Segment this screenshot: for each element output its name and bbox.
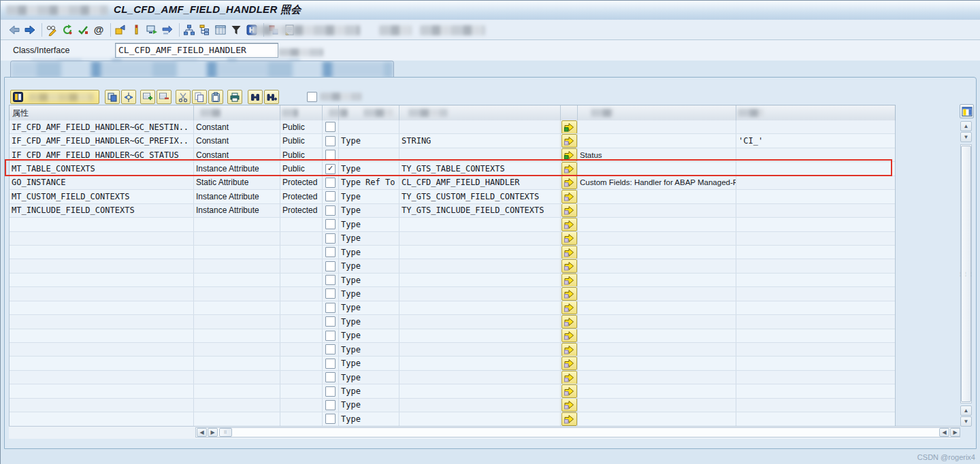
readonly-checkbox[interactable]	[325, 414, 336, 424]
navigate-type-button[interactable]	[561, 190, 577, 203]
insert-row-button[interactable]	[140, 90, 155, 104]
readonly-checkbox[interactable]	[325, 122, 336, 132]
navigate-type-button[interactable]	[561, 329, 577, 342]
navigate-type-button[interactable]	[561, 176, 577, 189]
table-configuration-button[interactable]	[960, 104, 974, 118]
table-row[interactable]: Type	[10, 218, 895, 231]
table-row[interactable]: Type	[10, 301, 895, 315]
readonly-checkbox[interactable]	[325, 219, 336, 229]
column-header-navigate[interactable]	[561, 105, 578, 120]
navigate-type-button[interactable]	[561, 246, 577, 259]
readonly-checkbox[interactable]	[325, 275, 336, 285]
table-row[interactable]: MT_INCLUDE_FIELD_CONTEXTS Instance Attri…	[10, 204, 895, 218]
horizontal-scroll-thumb[interactable]: ⠿	[219, 428, 232, 437]
navigate-icon[interactable]	[161, 23, 174, 37]
readonly-checkbox[interactable]	[325, 331, 336, 341]
readonly-checkbox[interactable]	[325, 303, 336, 313]
find-button[interactable]	[248, 90, 263, 104]
refresh-icon[interactable]	[61, 23, 74, 37]
horizontal-scroll-track[interactable]	[195, 427, 960, 437]
table-row[interactable]: IF_CFD_AMF_FIELD_HANDLER~GC_STATUS Const…	[10, 148, 895, 162]
navigate-type-button[interactable]	[561, 357, 577, 369]
navigate-type-button[interactable]	[561, 232, 577, 245]
table-row[interactable]: Type	[10, 287, 895, 301]
readonly-checkbox[interactable]	[325, 247, 336, 257]
class-interface-input[interactable]: CL_CFD_AMF_FIELD_HANDLER	[115, 43, 278, 58]
scroll-up-button[interactable]: ▲	[960, 121, 972, 131]
marker-icon[interactable]	[129, 23, 143, 37]
navigate-type-button[interactable]	[561, 204, 577, 217]
scroll-left-button[interactable]: ◀	[197, 428, 207, 437]
scroll-down-button[interactable]: ▼	[960, 132, 972, 142]
readonly-checkbox[interactable]	[325, 150, 336, 160]
table-row[interactable]: Type	[10, 399, 895, 412]
readonly-checkbox[interactable]	[325, 386, 336, 397]
table-row[interactable]: MT_CUSTOM_FIELD_CONTEXTS Instance Attrib…	[10, 190, 895, 203]
paste-button[interactable]	[208, 90, 223, 104]
navigate-type-button[interactable]	[561, 134, 577, 147]
table-row[interactable]: Type	[10, 412, 895, 426]
readonly-checkbox[interactable]	[325, 136, 336, 146]
table-row[interactable]: Type	[10, 246, 895, 259]
navigate-type-button[interactable]	[561, 274, 577, 286]
scroll-right-button-right[interactable]: ▶	[950, 428, 960, 437]
table-row[interactable]: Type	[10, 274, 895, 287]
tab-strip[interactable]	[10, 61, 394, 78]
table-row[interactable]: Type	[10, 329, 895, 343]
delete-row-button[interactable]	[157, 90, 172, 104]
scroll-up-button-bottom[interactable]: ▲	[960, 405, 972, 416]
scroll-down-button-bottom[interactable]: ▼	[960, 416, 972, 427]
readonly-checkbox[interactable]	[325, 359, 336, 369]
navigate-type-button[interactable]	[561, 120, 577, 133]
filter-icon[interactable]	[229, 23, 243, 37]
scroll-left-button-right[interactable]: ◀	[939, 428, 949, 437]
readonly-checkbox[interactable]	[325, 288, 336, 299]
readonly-checkbox[interactable]	[325, 372, 336, 382]
readonly-checkbox[interactable]	[325, 191, 336, 201]
navigate-type-button[interactable]	[561, 371, 577, 384]
readonly-checkbox[interactable]: ✓	[325, 164, 336, 174]
navigate-type-button[interactable]	[561, 399, 577, 412]
navigate-type-button[interactable]	[561, 384, 577, 397]
where-used-icon[interactable]	[114, 23, 127, 37]
scroll-right-button[interactable]: ▶	[208, 428, 218, 437]
navigate-type-button[interactable]	[561, 259, 577, 272]
navigate-type-button[interactable]	[561, 287, 577, 300]
filter-checkbox[interactable]	[307, 92, 317, 102]
find-next-button[interactable]	[264, 90, 279, 104]
readonly-checkbox[interactable]	[325, 344, 336, 354]
table-row[interactable]: IF_CFD_AMF_FIELD_HANDLER~GC_PREFIX.. Con…	[10, 134, 895, 148]
inheritance-icon[interactable]	[198, 23, 212, 37]
table-row[interactable]: IF_CFD_AMF_FIELD_HANDLER~GC_NESTIN.. Con…	[10, 120, 895, 134]
cut-button[interactable]	[176, 90, 191, 104]
readonly-checkbox[interactable]	[325, 261, 336, 271]
display-change-icon[interactable]	[45, 23, 59, 37]
table-row[interactable]: MT_TABLE_CONTEXTS Instance Attribute Pub…	[10, 162, 895, 176]
table-row[interactable]: Type	[10, 384, 895, 398]
navigate-type-button[interactable]	[561, 301, 577, 314]
forward-icon[interactable]	[23, 23, 37, 37]
navigate-type-button[interactable]	[561, 148, 577, 161]
navigate-type-button[interactable]	[561, 412, 577, 425]
table-row[interactable]: Type	[10, 371, 895, 384]
class-hierarchy-icon[interactable]	[182, 23, 196, 37]
navigate-type-button[interactable]	[561, 162, 577, 175]
back-icon[interactable]	[7, 23, 21, 37]
readonly-checkbox[interactable]	[325, 316, 336, 327]
table-row[interactable]: Type	[10, 315, 895, 329]
print-button[interactable]	[227, 90, 242, 104]
navigate-type-button[interactable]	[561, 315, 577, 328]
navigate-type-button[interactable]	[561, 218, 577, 231]
readonly-checkbox[interactable]	[325, 205, 336, 216]
column-header-attribute[interactable]: 属性	[10, 105, 194, 120]
table-row[interactable]: Type	[10, 232, 895, 246]
table-row[interactable]: Type	[10, 259, 895, 273]
table-row[interactable]: Type	[10, 343, 895, 357]
readonly-checkbox[interactable]	[325, 178, 336, 188]
navigate-type-button[interactable]	[561, 343, 577, 356]
check-icon[interactable]	[76, 23, 90, 37]
table-row[interactable]: Type	[10, 357, 895, 370]
table-row[interactable]: GO_INSTANCE Static Attribute Protected T…	[10, 176, 895, 190]
copy-button[interactable]	[192, 90, 207, 104]
copy-entries-button[interactable]	[105, 90, 120, 104]
